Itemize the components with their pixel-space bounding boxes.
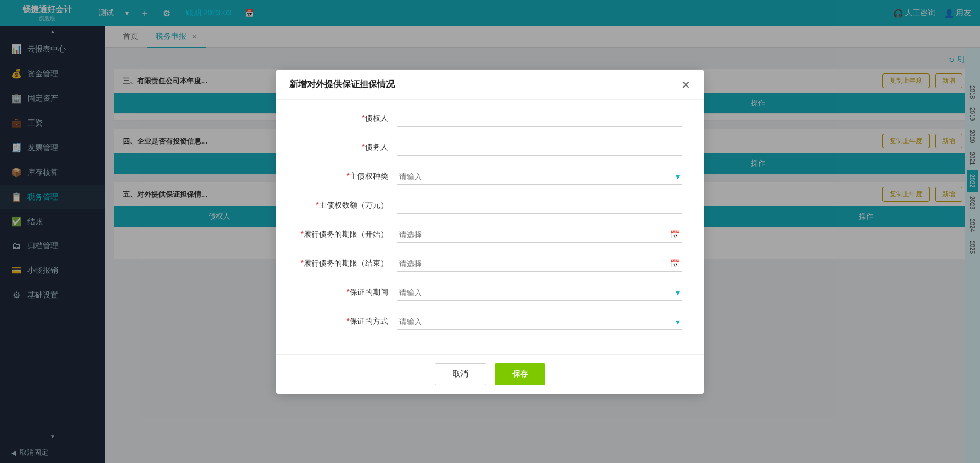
form-label-guarantee-period: *保证的期间 — [298, 288, 397, 298]
required-mark: * — [362, 113, 365, 122]
form-label-guarantee-method: *保证的方式 — [298, 317, 397, 327]
modal-footer: 取消 保存 — [276, 354, 704, 394]
form-row-duty-end: *履行债务的期限（结束） 📅 — [298, 256, 682, 272]
required-mark-2: * — [362, 142, 365, 151]
creditor-input[interactable] — [397, 111, 682, 127]
guarantee-method-select[interactable]: ▾ — [397, 314, 682, 330]
duty-end-date[interactable]: 📅 — [397, 256, 682, 272]
form-label-claim-amount: *主债权数额（万元） — [298, 201, 397, 210]
cancel-button[interactable]: 取消 — [435, 363, 486, 385]
duty-start-input[interactable] — [399, 230, 670, 239]
required-mark-5: * — [301, 230, 304, 238]
debtor-input[interactable] — [397, 140, 682, 156]
form-row-duty-start: *履行债务的期限（开始） 📅 — [298, 227, 682, 243]
form-row-guarantee-method: *保证的方式 ▾ — [298, 314, 682, 330]
form-label-claim-type: *主债权种类 — [298, 172, 397, 181]
save-button[interactable]: 保存 — [495, 363, 545, 385]
duty-end-calendar-icon[interactable]: 📅 — [670, 259, 680, 268]
guarantee-period-input[interactable] — [399, 288, 676, 297]
claim-amount-input[interactable] — [397, 198, 682, 214]
required-mark-4: * — [316, 201, 319, 209]
required-mark-3: * — [347, 172, 350, 180]
duty-end-input[interactable] — [399, 259, 670, 268]
form-label-creditor: *债权人 — [298, 113, 397, 123]
modal-title: 新增对外提供保证担保情况 — [289, 79, 395, 90]
modal-body: *债权人 *债务人 *主债权种类 ▾ — [276, 100, 704, 354]
form-label-duty-start: *履行债务的期限（开始） — [298, 230, 397, 239]
form-row-guarantee-period: *保证的期间 ▾ — [298, 285, 682, 301]
modal-header: 新增对外提供保证担保情况 ✕ — [276, 70, 704, 100]
modal-overlay: 新增对外提供保证担保情况 ✕ *债权人 *债务人 *主债权种类 — [0, 0, 980, 463]
form-label-debtor: *债务人 — [298, 142, 397, 152]
guarantee-method-input[interactable] — [399, 317, 676, 326]
guarantee-period-select[interactable]: ▾ — [397, 285, 682, 301]
required-mark-8: * — [347, 317, 350, 325]
guarantee-period-chevron-icon[interactable]: ▾ — [676, 288, 680, 297]
claim-type-input[interactable] — [399, 172, 676, 181]
guarantee-method-chevron-icon[interactable]: ▾ — [676, 317, 680, 326]
required-mark-7: * — [347, 288, 350, 296]
form-row-claim-amount: *主债权数额（万元） — [298, 198, 682, 214]
form-row-creditor: *债权人 — [298, 111, 682, 127]
duty-start-calendar-icon[interactable]: 📅 — [670, 230, 680, 239]
form-label-duty-end: *履行债务的期限（结束） — [298, 259, 397, 268]
form-row-debtor: *债务人 — [298, 140, 682, 156]
form-row-claim-type: *主债权种类 ▾ — [298, 169, 682, 185]
required-mark-6: * — [301, 259, 304, 267]
modal-close-button[interactable]: ✕ — [681, 78, 691, 92]
claim-type-select[interactable]: ▾ — [397, 169, 682, 185]
duty-start-date[interactable]: 📅 — [397, 227, 682, 243]
claim-type-chevron-icon[interactable]: ▾ — [676, 172, 680, 181]
modal-dialog: 新增对外提供保证担保情况 ✕ *债权人 *债务人 *主债权种类 — [276, 70, 704, 394]
